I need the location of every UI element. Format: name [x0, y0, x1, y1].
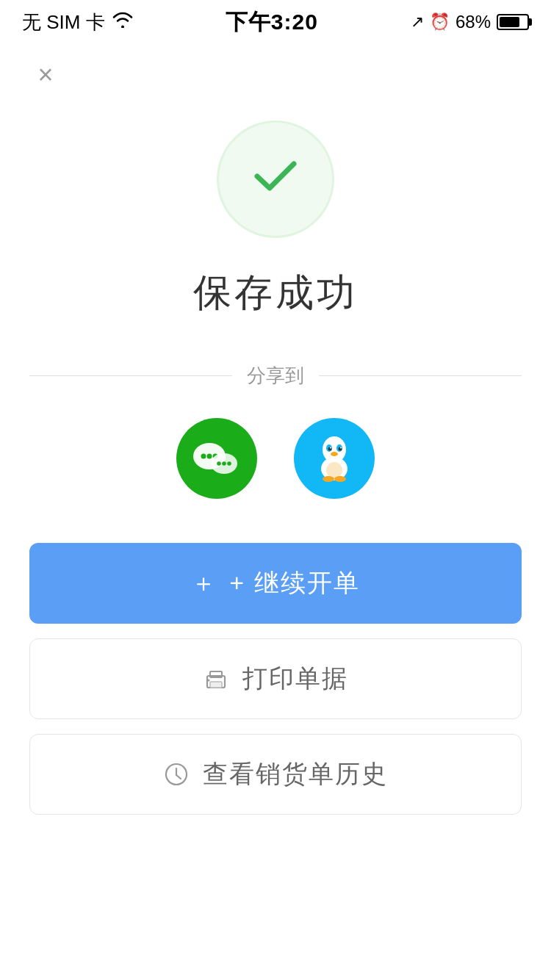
svg-point-2: [207, 454, 212, 459]
wifi-icon: [112, 12, 133, 32]
svg-point-13: [330, 447, 331, 449]
printer-icon: [203, 666, 229, 692]
success-title: 保存成功: [193, 267, 358, 319]
main-content: × 保存成功 分享到: [0, 44, 551, 844]
clock-icon: [163, 761, 190, 788]
share-divider: 分享到: [29, 363, 522, 389]
history-button[interactable]: 查看销货单历史: [29, 734, 522, 815]
svg-point-17: [326, 462, 342, 478]
wechat-icon: [191, 433, 242, 484]
share-icons-row: [176, 418, 375, 499]
battery-icon: [497, 14, 529, 30]
svg-line-26: [176, 775, 181, 779]
carrier-text: 无 SIM 卡: [22, 10, 105, 35]
qq-icon: [309, 433, 360, 484]
continue-label: + 继续开单: [229, 566, 359, 600]
status-bar: 无 SIM 卡 下午3:20 ↗ ⏰ 68%: [0, 0, 551, 44]
status-indicators: ↗ ⏰ 68%: [411, 12, 529, 32]
svg-point-18: [323, 476, 334, 482]
status-carrier: 无 SIM 卡: [22, 10, 133, 35]
history-label: 查看销货单历史: [203, 757, 388, 791]
svg-point-6: [222, 461, 226, 466]
wechat-share-button[interactable]: [176, 418, 257, 499]
svg-point-14: [340, 447, 342, 449]
svg-point-5: [217, 461, 221, 466]
success-icon-circle: [217, 120, 334, 238]
svg-point-1: [201, 454, 206, 459]
close-icon[interactable]: ×: [29, 59, 62, 91]
plus-icon: ＋: [191, 566, 216, 600]
checkmark-icon: [246, 145, 305, 214]
print-label: 打印单据: [242, 662, 348, 696]
close-button[interactable]: ×: [29, 59, 522, 91]
share-label: 分享到: [232, 363, 319, 389]
svg-point-23: [208, 680, 210, 682]
svg-point-19: [334, 476, 346, 482]
alarm-icon: ⏰: [430, 12, 450, 32]
svg-point-7: [227, 461, 231, 466]
svg-rect-22: [210, 682, 222, 688]
location-icon: ↗: [411, 12, 424, 32]
divider-right: [319, 375, 522, 376]
qq-share-button[interactable]: [294, 418, 375, 499]
svg-point-15: [331, 452, 338, 456]
print-button[interactable]: 打印单据: [29, 638, 522, 719]
action-buttons: ＋ + 继续开单 打印单据: [29, 543, 522, 815]
continue-button[interactable]: ＋ + 继续开单: [29, 543, 522, 624]
status-time: 下午3:20: [226, 7, 318, 37]
battery-percent: 68%: [455, 12, 491, 32]
divider-left: [29, 375, 232, 376]
